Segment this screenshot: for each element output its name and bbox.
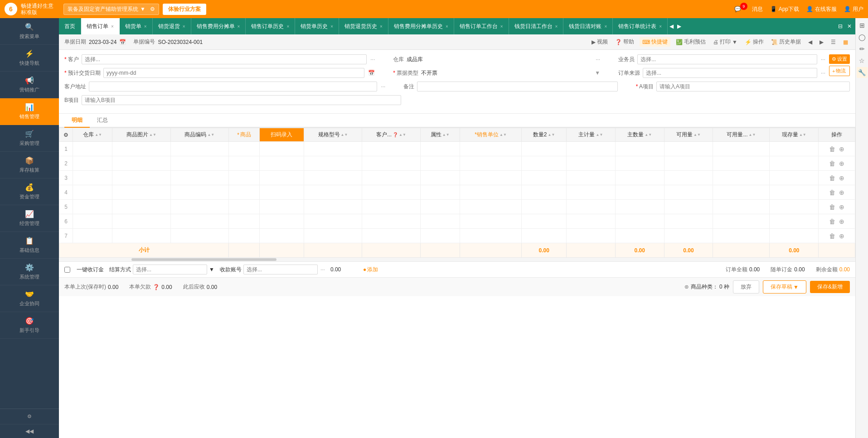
sidebar-item-guide[interactable]: 🎯 新手引导 <box>0 312 59 339</box>
tab-expense-history-close[interactable]: × <box>446 24 448 29</box>
sidebar-item-inventory[interactable]: 📦 库存核算 <box>0 152 59 178</box>
tab-expense-history[interactable]: 销售费用分摊单历史 × <box>388 18 454 34</box>
cell-qty2-1[interactable] <box>522 142 567 156</box>
cell-mainqty-1[interactable] <box>615 142 664 156</box>
tab-reconcile[interactable]: 钱货日清对账 × <box>563 18 613 34</box>
delivery-calendar-icon[interactable]: 📅 <box>368 70 375 76</box>
add-material-button[interactable]: + 物流 <box>829 66 850 76</box>
tab-workbench-close[interactable]: × <box>500 24 503 29</box>
tab-history-close[interactable]: × <box>286 24 289 29</box>
sidebar-item-purchase[interactable]: 🛒 采购管理 <box>0 125 59 152</box>
cell-warehouse-1[interactable] <box>73 142 112 156</box>
industry-button[interactable]: 体验行业方案 <box>163 4 206 15</box>
delete-row-6[interactable]: 🗑 <box>828 217 836 226</box>
tab-history[interactable]: 销售订单历史 × <box>246 18 295 34</box>
delete-row-2[interactable]: 🗑 <box>828 159 836 168</box>
sidebar-settings[interactable]: ⚙ <box>0 409 59 424</box>
tab-returns-history-close[interactable]: × <box>380 24 383 29</box>
tab-home[interactable]: 首页 <box>59 18 81 34</box>
profit-btn[interactable]: 💹 毛利预估 <box>674 37 708 47</box>
delete-row-4[interactable]: 🗑 <box>828 188 836 197</box>
tab-daily-close[interactable]: × <box>555 24 558 29</box>
scroll-thumb[interactable] <box>131 258 276 261</box>
calendar-icon[interactable]: 📅 <box>119 39 126 45</box>
staff-dots[interactable]: ··· <box>821 56 825 63</box>
order-source-input[interactable] <box>643 68 817 78</box>
sidebar-item-system[interactable]: ⚙️ 系统管理 <box>0 259 59 285</box>
copy-row-5[interactable]: ⊕ <box>838 202 845 212</box>
delivery-input[interactable] <box>103 68 364 78</box>
tab-invoice[interactable]: 销货单 × <box>120 18 153 34</box>
a-project-input[interactable] <box>656 82 850 91</box>
help-btn[interactable]: ❓ 帮助 <box>613 37 636 47</box>
nav-next-btn[interactable]: ▶ <box>818 38 825 46</box>
address-dots[interactable]: ··· <box>381 83 385 90</box>
right-panel-btn-2[interactable]: ◯ <box>857 32 868 43</box>
tab-next[interactable]: ▶ <box>675 23 683 29</box>
right-panel-btn-3[interactable]: ✏ <box>857 43 868 54</box>
online-service-item[interactable]: 👤 在线客服 <box>806 5 837 13</box>
horizontal-scrollbar[interactable] <box>59 258 855 261</box>
delete-row-7[interactable]: 🗑 <box>828 231 836 241</box>
user-item[interactable]: 👤 用户 <box>844 5 863 13</box>
sidebar-item-nav[interactable]: ⚡ 快捷导航 <box>0 45 59 72</box>
tab-invoice-close[interactable]: × <box>144 24 147 29</box>
right-panel-btn-5[interactable]: 🔧 <box>857 67 868 78</box>
sidebar-item-sales[interactable]: 📊 销售管理 <box>0 98 59 125</box>
tab-daily[interactable]: 钱货日清工作台 × <box>509 18 564 34</box>
cell-custcode-1[interactable] <box>362 142 420 156</box>
save-draft-dropdown[interactable]: ▼ <box>793 284 799 290</box>
sidebar-collapse-btn[interactable]: ◀◀ <box>0 424 59 438</box>
cell-unit-1[interactable] <box>460 142 521 156</box>
copy-row-2[interactable]: ⊕ <box>838 159 845 168</box>
sidebar-item-marketing[interactable]: 📢 营销推广 <box>0 72 59 98</box>
copy-row-3[interactable]: ⊕ <box>838 173 845 183</box>
right-panel-btn-1[interactable]: ⊞ <box>857 20 868 31</box>
sidebar-item-search[interactable]: 🔍 搜索菜单 <box>0 18 59 45</box>
save-draft-button[interactable]: 保存草稿 ▼ <box>763 280 806 294</box>
tab-returns[interactable]: 销货退货 × <box>153 18 191 34</box>
customer-input[interactable] <box>82 54 367 64</box>
cell-avail-1[interactable] <box>664 142 713 156</box>
right-panel-btn-4[interactable]: ☆ <box>857 55 868 66</box>
system-title[interactable]: 装备及固定资产辅助管理系统 ▼ ⚙ <box>63 4 159 15</box>
notification-item[interactable]: 💬 9 消息 <box>734 5 763 13</box>
tab-stats[interactable]: 销售订单统计表 × <box>613 18 668 34</box>
delete-row-1[interactable]: 🗑 <box>828 144 836 154</box>
account-dots[interactable]: ··· <box>320 266 325 273</box>
tab-returns-history[interactable]: 销货退货历史 × <box>339 18 388 34</box>
tab-invoice-history-close[interactable]: × <box>330 24 333 29</box>
delete-row-3[interactable]: 🗑 <box>828 173 836 183</box>
tab-reconcile-close[interactable]: × <box>604 24 607 29</box>
history-btn[interactable]: 📜 历史单据 <box>769 37 803 47</box>
list-view-btn[interactable]: ☰ <box>829 38 838 46</box>
tab-expense-close[interactable]: × <box>238 24 240 29</box>
copy-row-4[interactable]: ⊕ <box>838 188 845 197</box>
discard-button[interactable]: 放弃 <box>733 280 759 294</box>
view-btn[interactable]: ▶ 视频 <box>590 37 610 47</box>
column-settings-icon[interactable]: ⚙ <box>63 132 68 138</box>
order-source-dots[interactable]: ··· <box>821 70 825 76</box>
staff-input[interactable] <box>637 54 817 64</box>
payment-method-select[interactable] <box>133 265 207 274</box>
invoice-dropdown-icon[interactable]: ▼ <box>595 70 600 76</box>
tab-expand[interactable]: ⊟ <box>836 23 844 29</box>
cell-spec-1[interactable] <box>304 142 362 156</box>
operation-btn[interactable]: ⚡ 操作 <box>743 37 766 47</box>
cell-code-1[interactable] <box>170 142 228 156</box>
sidebar-item-basic[interactable]: 📋 基础信息 <box>0 232 59 259</box>
nav-prev-btn[interactable]: ◀ <box>806 38 814 46</box>
shortcut-btn[interactable]: ⌨ 快捷键 <box>640 37 670 47</box>
sidebar-item-operations[interactable]: 📈 经营管理 <box>0 205 59 232</box>
customer-dots[interactable]: ··· <box>370 56 375 63</box>
delete-row-5[interactable]: 🗑 <box>828 202 836 212</box>
settings-button[interactable]: ⚙ 放弃 设置 <box>829 54 850 64</box>
tab-expense[interactable]: 销售费用分摊单 × <box>191 18 246 34</box>
tab-sales-order[interactable]: 销售订单 × <box>81 18 120 34</box>
warehouse-dots[interactable]: ··· <box>596 56 600 63</box>
sidebar-item-finance[interactable]: 💰 资金管理 <box>0 178 59 205</box>
account-select[interactable] <box>243 265 318 274</box>
cell-avail2-1[interactable] <box>713 142 770 156</box>
copy-row-6[interactable]: ⊕ <box>838 217 845 226</box>
tab-stats-close[interactable]: × <box>659 24 662 29</box>
